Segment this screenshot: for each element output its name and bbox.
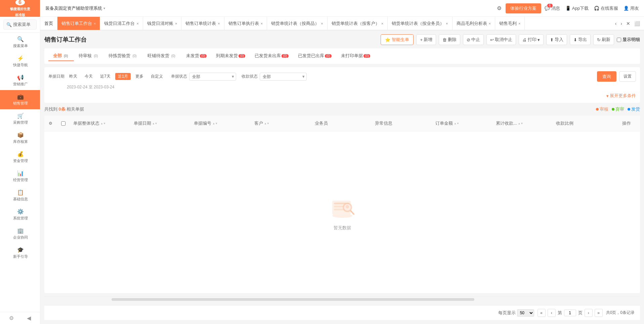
close-tab-sales-profit[interactable]: × [518,22,520,26]
sort-icons-collected[interactable]: ▲▼ [518,122,523,125]
smart-order-btn[interactable]: ⭐ 智能生单 [381,34,414,45]
tab-product-margin[interactable]: 商品毛利分析表× [453,17,495,30]
topbar-action-app-download[interactable]: 📱 App下载 [565,5,589,11]
date-option-more[interactable]: 更多 [133,73,146,80]
sidebar-item-guide[interactable]: 🎓 新手引导 [0,243,40,262]
select-all-checkbox[interactable] [61,121,66,126]
label-message: 消息 [551,5,560,11]
tab-cash-reconcile[interactable]: 钱货日清对账× [143,17,181,30]
sort-icons-amount[interactable]: ▲▼ [454,122,459,125]
sidebar-item-purchase[interactable]: 🛒 采购管理 [0,109,40,128]
query-btn[interactable]: 查询 [597,71,616,82]
solution-button[interactable]: 体验行业方案 [506,3,541,13]
horizontal-scrollbar[interactable] [44,296,640,302]
last-page-btn[interactable]: » [595,309,603,317]
tab-home[interactable]: 首页 [40,17,57,30]
delete-btn[interactable]: 🗑 删除 [439,34,460,45]
sub-tab-overdue-not-shipped[interactable]: 到期未发货(0) [211,51,250,61]
sidebar-collapse-icon[interactable]: ◀ [27,315,31,321]
print-btn[interactable]: 🖨 打印 ▾ [519,34,544,45]
sort-icons-date[interactable]: ▲▼ [152,122,158,125]
sidebar-item-search[interactable]: 🔍 搜索菜单 [0,33,40,52]
sidebar-settings-icon[interactable]: ⚙ [9,315,14,321]
prev-page-btn[interactable]: ‹ [548,309,556,317]
review-action-btn[interactable]: 审核 [596,106,608,112]
date-option-custom[interactable]: 自定义 [148,73,166,80]
cancel-review-action-btn[interactable]: 弃审 [612,106,624,112]
tabs-prev-btn[interactable]: ‹ [614,20,618,27]
date-option-last7[interactable]: 近7天 [97,73,113,80]
sub-tab-pending-review[interactable]: 待审核(0) [74,51,104,61]
sidebar-item-basic-info[interactable]: 📋 基础信息 [0,186,40,205]
cancel-stop-btn[interactable]: ↩ 取消中止 [486,34,516,45]
tab-sales-stats-customer[interactable]: 销货单统计表（按客户）× [328,17,388,30]
topbar-action-online-service[interactable]: 🎧 在线客服 [594,5,618,11]
date-option-today[interactable]: 今天 [82,73,95,80]
status-select[interactable]: 全部 待审核 已审核 [189,73,236,81]
sort-icons-number[interactable]: ▲▼ [212,122,218,125]
sort-icons-status[interactable]: ▲▼ [100,122,106,125]
close-tab-cash-daily[interactable]: × [136,22,138,26]
sub-tab-all[interactable]: 全部(0) [48,51,74,61]
close-tab-cash-reconcile[interactable]: × [175,22,177,26]
tabs-next-btn[interactable]: › [619,20,624,27]
close-tab-product-margin[interactable]: × [489,22,491,26]
tabs-close-btn[interactable]: ✕ [625,20,632,27]
sub-tab-not-shipped[interactable]: 未发货(0) [181,51,211,61]
expand-btn[interactable]: ▾ 展开更多条件 [606,93,636,99]
filter-row-date-range: 2023-02-24 至 2023-03-24 [48,84,636,90]
close-tab-sales-order-workbench[interactable]: × [94,22,96,26]
export-btn[interactable]: ⬇ 导出 [570,34,591,45]
system-title-dropdown[interactable]: 装备及固定资产辅助管理系统 ▾ [45,5,105,11]
close-tab-sales-order-exec[interactable]: × [261,22,263,26]
sidebar-item-quick-nav[interactable]: ⚡ 快捷导航 [0,52,40,71]
sub-tab-shipped-out[interactable]: 已发货已出库(0) [293,51,336,61]
sidebar-item-system[interactable]: ⚙️ 系统管理 [0,205,40,224]
sort-icons-customer[interactable]: ▲▼ [264,122,269,125]
page-size-select[interactable]: 50 100 200 [517,309,534,317]
tab-sales-stats-staff[interactable]: 销货单统计表（按业务员）× [388,17,452,30]
close-tab-sales-stats-customer[interactable]: × [381,22,383,26]
sub-tab-pending-inspect[interactable]: 待拣货验货(0) [104,51,142,61]
first-page-btn[interactable]: « [538,309,546,317]
sub-tab-shipped-not-out[interactable]: 已发货未出库(0) [250,51,293,61]
tab-cash-daily[interactable]: 钱货日清工作台× [100,17,143,30]
topbar-action-user[interactable]: 👤 用友 [624,5,639,11]
add-btn[interactable]: + 新增 [416,34,436,45]
sidebar-item-inventory[interactable]: 📦 库存核算 [0,128,40,148]
close-tab-sales-stats-staff[interactable]: × [446,22,448,26]
set-btn[interactable]: 设置 [619,71,636,82]
scrollbar-thumb[interactable] [112,298,474,301]
date-option-yesterday[interactable]: 昨天 [67,73,80,80]
import-btn[interactable]: ⬆ 导入 [546,34,567,45]
sub-tab-not-printed[interactable]: 未打印单据(0) [336,51,375,61]
show-detail-input[interactable] [617,38,621,42]
th-customer: 客户 ▲▼ [251,118,311,128]
sidebar-item-operations[interactable]: 📊 经营管理 [0,167,40,186]
tab-sales-order-stats[interactable]: 销售订单统计表× [181,17,224,30]
close-tab-sales-order-stats[interactable]: × [218,22,220,26]
tab-sales-order-exec[interactable]: 销售订单执行表× [224,17,267,30]
sidebar-item-enterprise[interactable]: 🏢 企业协同 [0,224,40,243]
tab-sales-stats-product[interactable]: 销货单统计表（按商品）× [267,17,327,30]
th-settings[interactable]: ⚙ [44,119,56,128]
tab-sales-profit[interactable]: 销售毛利× [495,17,525,30]
payment-select[interactable]: 全部 [260,73,307,81]
page-number-input[interactable] [564,310,576,316]
sidebar-item-marketing[interactable]: 📢 营销推广 [0,71,40,90]
show-detail-checkbox[interactable]: 显示明细 [617,37,640,43]
sub-tab-wangpu-ship[interactable]: 旺铺待发货(0) [143,51,181,61]
close-tab-sales-stats-product[interactable]: × [321,22,323,26]
refresh-btn[interactable]: ↻ 刷新 [593,34,614,45]
date-option-last1month[interactable]: 近1月 [115,73,131,80]
topbar-action-message[interactable]: 💬6 消息 [545,5,560,11]
tabs-maximize-btn[interactable]: ⬜ [633,20,641,27]
sidebar-item-finance[interactable]: 💰 资金管理 [0,148,40,167]
topbar-settings-icon[interactable]: ⚙ [497,5,502,11]
sidebar-search-btn[interactable]: 🔍 搜索菜单 [3,19,37,30]
sidebar-item-sales[interactable]: 💼 销售管理 [0,90,40,109]
ship-action-btn[interactable]: 发货 [628,106,640,112]
tab-sales-order-workbench[interactable]: 销售订单工作台× [57,17,100,30]
next-page-btn[interactable]: › [585,309,593,317]
stop-btn[interactable]: ⊘ 中止 [463,34,484,45]
